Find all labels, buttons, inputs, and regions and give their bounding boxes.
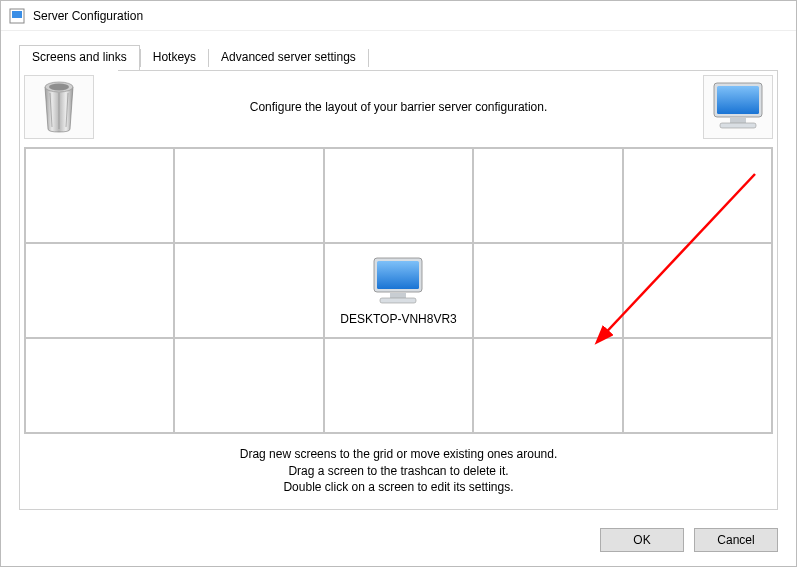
monitor-icon: [710, 80, 766, 135]
screen-layout-grid[interactable]: DESKTOP-VNH8VR3: [24, 147, 773, 434]
grid-cell[interactable]: [25, 338, 174, 433]
grid-cell[interactable]: [174, 243, 323, 338]
svg-rect-10: [720, 123, 756, 128]
grid-cell[interactable]: [174, 148, 323, 243]
grid-cell[interactable]: [25, 148, 174, 243]
svg-rect-12: [377, 261, 419, 289]
grid-cell[interactable]: [473, 338, 622, 433]
ok-button[interactable]: OK: [600, 528, 684, 552]
svg-rect-13: [390, 293, 406, 298]
hint-line-1: Drag new screens to the grid or move exi…: [20, 446, 777, 462]
dialog-button-bar: OK Cancel: [1, 522, 796, 566]
grid-cell[interactable]: [473, 148, 622, 243]
svg-rect-8: [717, 86, 759, 114]
app-icon: [9, 8, 25, 24]
monitor-icon: [370, 255, 426, 310]
titlebar: Server Configuration: [1, 1, 796, 31]
trashcan-icon: [37, 79, 81, 136]
tab-bar: Screens and links Hotkeys Advanced serve…: [1, 31, 796, 70]
new-screen-source[interactable]: [703, 75, 773, 139]
grid-cell-center-screen[interactable]: DESKTOP-VNH8VR3: [324, 243, 473, 338]
grid-cell[interactable]: [623, 338, 772, 433]
grid-cell[interactable]: [623, 243, 772, 338]
trashcan-dropzone[interactable]: [24, 75, 94, 139]
grid-cell[interactable]: [473, 243, 622, 338]
svg-rect-14: [380, 298, 416, 303]
tab-advanced-server-settings[interactable]: Advanced server settings: [209, 46, 368, 70]
hint-line-2: Drag a screen to the trashcan to delete …: [20, 463, 777, 479]
tab-separator: [368, 49, 369, 67]
tab-screens-and-links[interactable]: Screens and links: [19, 45, 140, 70]
configure-instructions: Configure the layout of your barrier ser…: [94, 100, 703, 114]
grid-cell[interactable]: [25, 243, 174, 338]
tab-hotkeys[interactable]: Hotkeys: [141, 46, 208, 70]
screen-label: DESKTOP-VNH8VR3: [340, 312, 456, 326]
hint-text: Drag new screens to the grid or move exi…: [20, 438, 777, 509]
cancel-button[interactable]: Cancel: [694, 528, 778, 552]
server-configuration-window: Server Configuration Screens and links H…: [0, 0, 797, 567]
grid-cell[interactable]: [324, 148, 473, 243]
window-title: Server Configuration: [33, 9, 788, 23]
grid-cell[interactable]: [623, 148, 772, 243]
svg-point-3: [49, 83, 69, 90]
svg-rect-9: [730, 118, 746, 123]
grid-cell[interactable]: [324, 338, 473, 433]
grid-cell[interactable]: [174, 338, 323, 433]
top-controls-row: Configure the layout of your barrier ser…: [20, 71, 777, 143]
screens-links-panel: Configure the layout of your barrier ser…: [19, 70, 778, 510]
svg-rect-1: [12, 11, 22, 18]
hint-line-3: Double click on a screen to edit its set…: [20, 479, 777, 495]
